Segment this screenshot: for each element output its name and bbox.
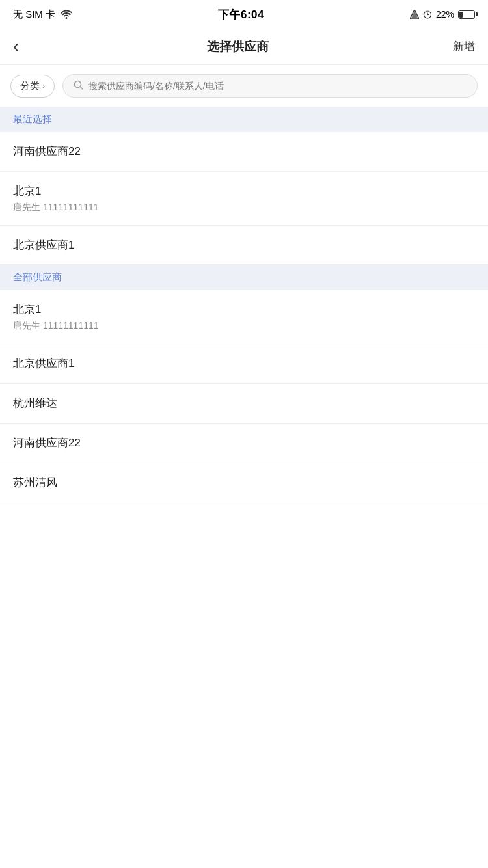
sections-container: 最近选择河南供应商22北京1唐先生 11111111111北京供应商1全部供应商…	[0, 107, 488, 502]
item-name: 河南供应商22	[13, 435, 475, 451]
svg-line-4	[81, 87, 83, 90]
item-name: 北京供应商1	[13, 237, 475, 253]
status-bar: 无 SIM 卡 下午6:04 22%	[0, 0, 488, 29]
list-item[interactable]: 北京1唐先生 11111111111	[0, 172, 488, 226]
item-name: 北京1	[13, 302, 475, 318]
chevron-right-icon: ›	[42, 81, 45, 90]
section-header-text-all: 全部供应商	[13, 271, 62, 282]
category-label: 分类	[20, 80, 40, 92]
list-item[interactable]: 北京1唐先生 11111111111	[0, 290, 488, 344]
alarm-icon	[423, 10, 432, 19]
item-sub: 唐先生 11111111111	[13, 320, 475, 332]
status-right: 22%	[410, 9, 475, 20]
item-name: 苏州清风	[13, 475, 475, 491]
filter-bar: 分类 ›	[0, 65, 488, 107]
item-name: 北京供应商1	[13, 356, 475, 372]
list-item[interactable]: 北京供应商1	[0, 226, 488, 265]
list-item[interactable]: 河南供应商22	[0, 424, 488, 463]
add-button[interactable]: 新增	[436, 39, 475, 54]
battery-icon	[458, 10, 475, 19]
search-input[interactable]	[88, 81, 467, 91]
battery-percent: 22%	[436, 9, 454, 20]
back-button[interactable]: ‹	[13, 36, 39, 57]
wifi-icon	[61, 10, 72, 19]
status-left: 无 SIM 卡	[13, 8, 72, 21]
list-item[interactable]: 河南供应商22	[0, 132, 488, 172]
item-name: 杭州维达	[13, 396, 475, 411]
list-item[interactable]: 苏州清风	[0, 463, 488, 503]
search-icon	[74, 80, 83, 92]
section-header-all: 全部供应商	[0, 265, 488, 290]
status-time: 下午6:04	[218, 7, 264, 22]
item-name: 北京1	[13, 183, 475, 199]
category-button[interactable]: 分类 ›	[10, 75, 55, 98]
search-box	[62, 74, 478, 98]
item-name: 河南供应商22	[13, 144, 475, 159]
section-header-recent: 最近选择	[0, 107, 488, 132]
location-icon	[410, 10, 419, 19]
section-header-text-recent: 最近选择	[13, 113, 52, 124]
list-item[interactable]: 北京供应商1	[0, 344, 488, 384]
item-sub: 唐先生 11111111111	[13, 202, 475, 213]
nav-bar: ‹ 选择供应商 新增	[0, 29, 488, 65]
page-title: 选择供应商	[39, 38, 436, 55]
list-item[interactable]: 杭州维达	[0, 384, 488, 424]
sim-text: 无 SIM 卡	[13, 8, 55, 21]
